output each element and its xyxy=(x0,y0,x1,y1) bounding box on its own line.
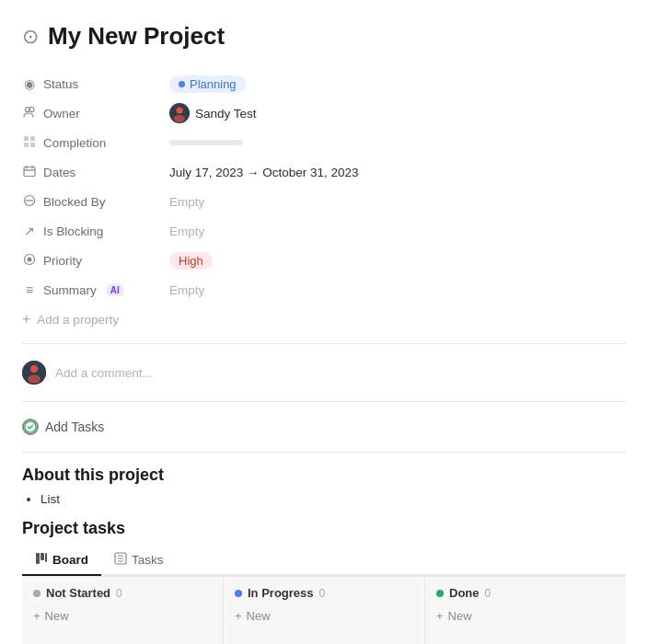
commenter-avatar xyxy=(22,361,46,385)
dates-label: Dates xyxy=(22,165,169,180)
svg-rect-5 xyxy=(24,136,29,141)
add-property-icon: + xyxy=(22,311,30,328)
add-new-not-started[interactable]: + New xyxy=(33,607,212,625)
svg-point-18 xyxy=(30,365,38,373)
blocked-by-label: Blocked By xyxy=(22,194,169,210)
dates-value[interactable]: July 17, 2023 → October 31, 2023 xyxy=(169,166,626,179)
is-blocking-property-row[interactable]: ↗ Is Blocking Empty xyxy=(22,216,626,246)
new-label-done: New xyxy=(448,609,472,623)
completion-bar-area xyxy=(169,140,243,145)
status-label: ◉ Status xyxy=(22,76,169,91)
new-label-not-started: New xyxy=(45,609,69,623)
add-new-in-progress[interactable]: + New xyxy=(235,607,413,625)
summary-label: ≡ Summary AI xyxy=(22,282,169,297)
is-blocking-value[interactable]: Empty xyxy=(169,224,626,238)
about-title: About this project xyxy=(22,466,626,485)
svg-point-16 xyxy=(28,257,32,261)
status-property-row[interactable]: ◉ Status Planning xyxy=(22,69,626,98)
owner-label: Owner xyxy=(22,106,169,121)
tab-board-label: Board xyxy=(52,553,88,567)
dates-icon xyxy=(22,165,37,180)
col-in-progress-header: In Progress 0 xyxy=(235,586,413,600)
col-not-started: Not Started 0 + New xyxy=(22,577,224,644)
add-icon-in-progress: + xyxy=(235,609,242,623)
col-done: Done 0 + New xyxy=(425,577,626,644)
list-item: List xyxy=(40,490,626,508)
add-new-done[interactable]: + New xyxy=(436,607,615,625)
col-in-progress-title: In Progress xyxy=(248,586,314,600)
col-in-progress-count: 0 xyxy=(319,587,326,600)
svg-rect-6 xyxy=(30,136,35,141)
col-done-title: Done xyxy=(449,586,480,600)
col-not-started-header: Not Started 0 xyxy=(33,586,212,600)
col-done-dot xyxy=(436,590,444,597)
blocked-by-icon xyxy=(22,194,37,210)
new-label-in-progress: New xyxy=(247,609,271,623)
col-done-count: 0 xyxy=(485,587,492,600)
properties-section: ◉ Status Planning Owne xyxy=(22,69,626,334)
svg-point-4 xyxy=(174,115,185,122)
divider-2 xyxy=(22,401,626,402)
board-columns: Not Started 0 + New In Progress 0 + New xyxy=(22,576,626,644)
summary-icon: ≡ xyxy=(22,282,37,297)
tab-tasks[interactable]: Tasks xyxy=(101,546,177,576)
col-in-progress: In Progress 0 + New xyxy=(224,577,425,644)
page-title: My New Project xyxy=(48,22,225,51)
status-icon: ◉ xyxy=(22,76,37,91)
col-done-header: Done 0 xyxy=(436,586,615,600)
col-not-started-count: 0 xyxy=(116,587,122,600)
add-property-row[interactable]: + Add a property xyxy=(22,305,626,334)
project-tasks-section: Project tasks Board xyxy=(22,519,626,644)
about-section: About this project List xyxy=(22,466,626,508)
board-tab-icon xyxy=(35,552,48,568)
is-blocking-icon: ↗ xyxy=(22,224,37,238)
status-badge[interactable]: Planning xyxy=(169,75,246,93)
add-icon-not-started: + xyxy=(33,609,40,623)
dates-property-row[interactable]: Dates July 17, 2023 → October 31, 2023 xyxy=(22,157,626,187)
add-tasks-icon xyxy=(22,419,39,435)
tab-board[interactable]: Board xyxy=(22,546,101,576)
svg-rect-8 xyxy=(30,143,35,147)
completion-value[interactable] xyxy=(169,140,626,145)
blocked-by-value[interactable]: Empty xyxy=(169,195,626,209)
col-not-started-title: Not Started xyxy=(46,586,110,600)
owner-value[interactable]: Sandy Test xyxy=(169,103,626,123)
completion-bar xyxy=(169,140,243,145)
project-icon: ⊙ xyxy=(22,25,39,49)
ai-badge: AI xyxy=(107,284,123,296)
completion-icon xyxy=(22,135,37,151)
add-tasks-label: Add Tasks xyxy=(45,420,104,434)
owner-property-row[interactable]: Owner Sandy Test xyxy=(22,98,626,128)
svg-rect-9 xyxy=(24,167,35,176)
avatar xyxy=(169,103,190,123)
divider-3 xyxy=(22,452,626,453)
comment-row[interactable]: Add a comment... xyxy=(22,353,626,392)
about-list: List xyxy=(22,490,626,508)
tab-tasks-label: Tasks xyxy=(132,553,164,567)
blocked-by-property-row[interactable]: Blocked By Empty xyxy=(22,187,626,216)
completion-label: Completion xyxy=(22,135,169,151)
owner-icon xyxy=(22,106,37,121)
completion-property-row[interactable]: Completion xyxy=(22,128,626,157)
tasks-tab-icon xyxy=(114,552,127,568)
priority-badge[interactable]: High xyxy=(169,252,213,270)
svg-rect-23 xyxy=(45,553,47,562)
status-dot xyxy=(179,81,185,87)
comment-input[interactable]: Add a comment... xyxy=(55,366,153,380)
add-tasks-row[interactable]: Add Tasks xyxy=(22,411,626,443)
priority-property-row[interactable]: Priority High xyxy=(22,246,626,275)
summary-value[interactable]: Empty xyxy=(169,283,626,297)
divider-1 xyxy=(22,343,626,344)
svg-rect-22 xyxy=(40,553,44,560)
svg-rect-21 xyxy=(36,553,40,564)
summary-property-row[interactable]: ≡ Summary AI Empty xyxy=(22,275,626,305)
svg-rect-7 xyxy=(24,143,29,147)
status-value[interactable]: Planning xyxy=(169,75,626,93)
svg-point-19 xyxy=(28,375,40,384)
priority-icon xyxy=(22,253,37,269)
priority-value[interactable]: High xyxy=(169,252,626,270)
col-not-started-dot xyxy=(33,590,40,597)
svg-point-3 xyxy=(177,108,183,114)
priority-label: Priority xyxy=(22,253,169,269)
is-blocking-label: ↗ Is Blocking xyxy=(22,224,169,238)
